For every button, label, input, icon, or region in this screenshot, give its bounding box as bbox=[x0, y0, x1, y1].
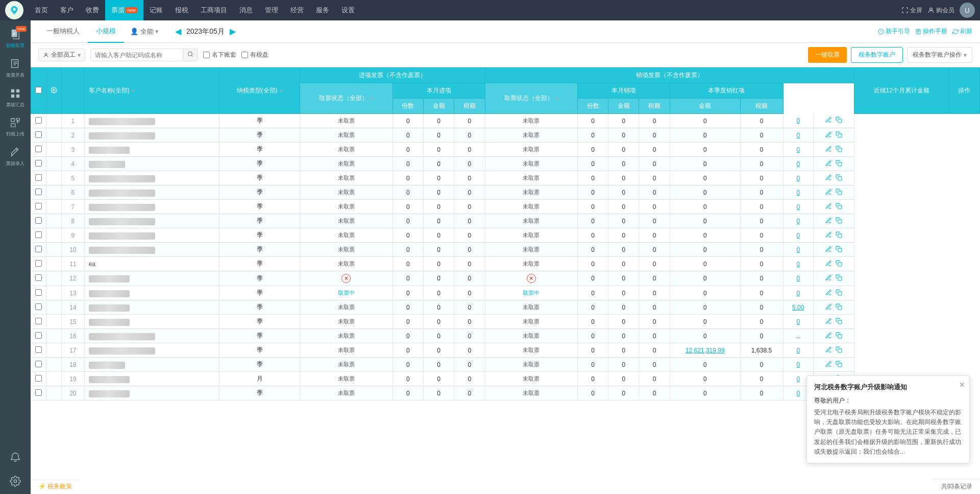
nav-invoice[interactable]: 票据 new bbox=[105, 0, 143, 20]
nav-message[interactable]: 消息 bbox=[233, 0, 259, 20]
refresh-link[interactable]: 刷新 bbox=[952, 27, 972, 36]
tax-digital-account-button[interactable]: 税务数字账户 bbox=[851, 47, 903, 63]
row-checkbox[interactable] bbox=[35, 289, 42, 296]
tab-general-taxpayer[interactable]: 一般纳税人 bbox=[38, 20, 88, 43]
user-avatar[interactable]: U bbox=[960, 3, 975, 18]
nav-manage[interactable]: 管理 bbox=[259, 0, 284, 20]
copy-action-button[interactable] bbox=[835, 303, 843, 312]
edit-action-button[interactable] bbox=[824, 332, 833, 340]
copy-action-button[interactable] bbox=[835, 131, 843, 139]
tab-small-scale[interactable]: 小规模 bbox=[88, 20, 124, 43]
nav-operation[interactable]: 经营 bbox=[284, 0, 310, 20]
copy-action-button[interactable] bbox=[835, 346, 843, 355]
operation-manual-link[interactable]: 操作手册 bbox=[915, 27, 947, 36]
tax-digital-account-op-button[interactable]: 税务数字账户操作 ▾ bbox=[907, 47, 972, 63]
edit-action-button[interactable] bbox=[824, 246, 833, 254]
row-checkbox[interactable] bbox=[35, 231, 42, 238]
member-button[interactable]: 购会员 bbox=[927, 6, 954, 15]
copy-action-button[interactable] bbox=[835, 203, 843, 211]
copy-action-button[interactable] bbox=[835, 332, 843, 340]
copy-action-button[interactable] bbox=[835, 274, 843, 283]
edit-action-button[interactable] bbox=[824, 174, 833, 182]
edit-action-button[interactable] bbox=[824, 231, 833, 240]
search-button[interactable] bbox=[183, 49, 198, 61]
name-filter-icon[interactable]: ▾ bbox=[132, 88, 135, 93]
new-guide-link[interactable]: 新手引导 bbox=[878, 27, 910, 36]
copy-action-button[interactable] bbox=[835, 318, 843, 326]
edit-action-button[interactable] bbox=[824, 260, 833, 268]
nav-service[interactable]: 服务 bbox=[310, 0, 335, 20]
date-prev-button[interactable]: ◀ bbox=[175, 27, 181, 36]
row-checkbox[interactable] bbox=[35, 332, 42, 339]
edit-action-button[interactable] bbox=[824, 346, 833, 355]
row-checkbox[interactable] bbox=[35, 375, 42, 382]
nav-fee[interactable]: 收费 bbox=[80, 0, 105, 20]
sidebar-item-scan-upload[interactable]: 扫描上传 bbox=[0, 111, 31, 141]
row-checkbox[interactable] bbox=[35, 160, 42, 167]
copy-action-button[interactable] bbox=[835, 231, 843, 240]
select-all-checkbox[interactable] bbox=[35, 87, 42, 93]
search-input[interactable] bbox=[91, 50, 183, 61]
employee-filter[interactable]: 全部员工 ▾ bbox=[38, 49, 85, 61]
sidebar-item-notification[interactable] bbox=[0, 446, 31, 470]
row-checkbox[interactable] bbox=[35, 246, 42, 252]
row-checkbox[interactable] bbox=[35, 146, 42, 152]
nav-home[interactable]: 首页 bbox=[29, 0, 54, 20]
row-checkbox[interactable] bbox=[35, 203, 42, 209]
copy-action-button[interactable] bbox=[835, 160, 843, 168]
nav-business[interactable]: 工商项目 bbox=[194, 0, 233, 20]
inbound-status-filter-icon[interactable]: ▾ bbox=[371, 96, 374, 101]
date-next-button[interactable]: ▶ bbox=[230, 27, 236, 36]
row-checkbox[interactable] bbox=[35, 217, 42, 224]
fullscreen-button[interactable]: 全屏 bbox=[901, 6, 922, 15]
row-checkbox[interactable] bbox=[35, 361, 42, 367]
has-tax-checkbox[interactable] bbox=[241, 52, 248, 58]
edit-action-button[interactable] bbox=[824, 146, 833, 154]
copy-action-button[interactable] bbox=[835, 146, 843, 154]
tax-policy-bar[interactable]: ⚡ 税务政策 bbox=[31, 480, 80, 493]
copy-action-button[interactable] bbox=[835, 174, 843, 182]
edit-action-button[interactable] bbox=[824, 189, 833, 197]
my-account-filter[interactable]: 名下账套 bbox=[203, 51, 236, 59]
row-checkbox[interactable] bbox=[35, 260, 42, 267]
copy-action-button[interactable] bbox=[835, 260, 843, 268]
sidebar-item-intelligent-tax[interactable]: new 智能取票 bbox=[0, 23, 31, 53]
edit-action-button[interactable] bbox=[824, 303, 833, 312]
edit-action-button[interactable] bbox=[824, 160, 833, 168]
edit-action-button[interactable] bbox=[824, 217, 833, 225]
nav-accounting[interactable]: 记账 bbox=[143, 0, 169, 20]
sidebar-item-invoice-entry[interactable]: 票据录入 bbox=[0, 141, 31, 171]
sidebar-item-invoice-summary[interactable]: 票据汇总 bbox=[0, 82, 31, 112]
taxpolicy-filter-icon[interactable]: ▾ bbox=[280, 88, 283, 93]
copy-action-button[interactable] bbox=[835, 116, 843, 125]
copy-action-button[interactable] bbox=[835, 289, 843, 297]
edit-action-button[interactable] bbox=[824, 318, 833, 326]
edit-action-button[interactable] bbox=[824, 289, 833, 297]
onekey-ticket-button[interactable]: 一键取票 bbox=[808, 47, 847, 63]
edit-action-button[interactable] bbox=[824, 274, 833, 283]
notification-close-button[interactable]: ✕ bbox=[959, 379, 965, 390]
copy-action-button[interactable] bbox=[835, 361, 843, 369]
copy-action-button[interactable] bbox=[835, 246, 843, 254]
sidebar-item-invoice-open[interactable]: 发票开具 bbox=[0, 53, 31, 82]
row-checkbox[interactable] bbox=[35, 389, 42, 396]
row-checkbox[interactable] bbox=[35, 346, 42, 353]
row-checkbox[interactable] bbox=[35, 303, 42, 310]
outbound-status-filter-icon[interactable]: ▾ bbox=[556, 96, 558, 101]
has-tax-filter[interactable]: 有税盘 bbox=[241, 51, 268, 59]
edit-action-button[interactable] bbox=[824, 203, 833, 211]
nav-tax[interactable]: 报税 bbox=[169, 0, 194, 20]
nav-settings[interactable]: 设置 bbox=[335, 0, 361, 20]
edit-action-button[interactable] bbox=[824, 116, 833, 125]
nav-client[interactable]: 客户 bbox=[54, 0, 80, 20]
copy-action-button[interactable] bbox=[835, 189, 843, 197]
copy-action-button[interactable] bbox=[835, 217, 843, 225]
row-checkbox[interactable] bbox=[35, 189, 42, 195]
row-checkbox[interactable] bbox=[35, 117, 42, 124]
row-checkbox[interactable] bbox=[35, 318, 42, 324]
sidebar-item-settings[interactable] bbox=[0, 470, 31, 494]
edit-action-button[interactable] bbox=[824, 131, 833, 139]
my-account-checkbox[interactable] bbox=[203, 52, 210, 58]
row-checkbox[interactable] bbox=[35, 274, 42, 281]
row-checkbox[interactable] bbox=[35, 174, 42, 181]
